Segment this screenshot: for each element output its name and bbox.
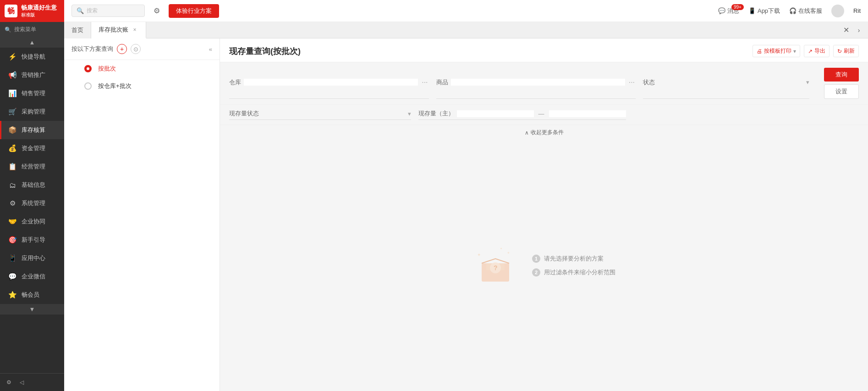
app-download-label: App下载 xyxy=(758,7,780,15)
sidebar-item-finance[interactable]: 💰 资金管理 xyxy=(0,139,64,157)
inventory-status-dropdown[interactable]: ▾ xyxy=(262,109,411,118)
status-field: 状态 ▾ xyxy=(643,68,809,99)
empty-state: ? ✦ ✦ ✦ 1 请先选择要分析的方案 2 用过滤条件来缩小分析范围 xyxy=(220,140,868,391)
filter-option-warehouse-batch[interactable]: 按仓库+批次 xyxy=(64,77,220,95)
query-set-btns: 查询 设置 xyxy=(817,68,859,99)
topbar-search-icon: 🔍 xyxy=(77,7,84,14)
goods-input[interactable] xyxy=(451,79,625,86)
sidebar-item-label: 经营管理 xyxy=(22,163,45,171)
filter-panel-header: 按以下方案查询 + ⊙ « xyxy=(64,38,220,60)
tab-close-btn[interactable]: × xyxy=(131,26,138,33)
status-dropdown-icon: ▾ xyxy=(806,79,809,86)
sidebar-search[interactable]: 🔍 搜索菜单 xyxy=(0,22,64,37)
search-icon: 🔍 xyxy=(5,27,11,33)
sidebar-item-quicknav[interactable]: ⚡ 快捷导航 xyxy=(0,48,64,66)
refresh-label: 刷新 xyxy=(844,47,855,55)
inventory-qty-label: 现存量（主） xyxy=(418,109,454,118)
sidebar-item-basic[interactable]: 🗂 基础信息 xyxy=(0,176,64,194)
goods-more-icon[interactable]: ··· xyxy=(628,78,636,87)
goods-label: 商品 xyxy=(436,78,448,87)
print-dropdown-icon[interactable]: ▾ xyxy=(793,48,796,54)
phone-icon: 📱 xyxy=(748,7,756,14)
messages-action[interactable]: 💬 消息 99+ xyxy=(718,7,739,15)
empty-tip-1: 1 请先选择要分析的方案 xyxy=(532,255,615,263)
enterprise-icon: 🤝 xyxy=(8,217,17,226)
page-title: 现存量查询(按批次) xyxy=(229,46,753,57)
sidebar-item-business[interactable]: 📋 经营管理 xyxy=(0,157,64,176)
inventory-icon: 📦 xyxy=(8,125,17,135)
sidebar-settings-icon[interactable]: ⚙ xyxy=(5,377,13,387)
topbar-gear-icon[interactable]: ⚙ xyxy=(150,5,163,17)
settings-button[interactable]: 设置 xyxy=(824,84,859,99)
filter-option-label: 按批次 xyxy=(98,65,116,73)
refresh-btn[interactable]: ↻ 刷新 xyxy=(833,45,859,57)
empty-illustration: ? ✦ ✦ ✦ xyxy=(472,243,518,288)
tab-inventory-batch[interactable]: 库存批次账 × xyxy=(91,22,146,38)
inventory-qty-from[interactable] xyxy=(457,110,534,117)
sidebar-item-label: 应用中心 xyxy=(22,254,45,262)
business-icon: 📋 xyxy=(8,162,17,171)
basic-icon: 🗂 xyxy=(8,180,17,190)
export-btn[interactable]: ↗ 导出 xyxy=(804,45,830,57)
app-logo: 畅 xyxy=(5,5,17,17)
collapse-more-btn[interactable]: ∧ 收起更多条件 xyxy=(220,125,868,140)
username[interactable]: Rit xyxy=(853,7,861,14)
page-title-actions: 🖨 按模板打印 ▾ ↗ 导出 ↻ 刷新 xyxy=(753,45,859,57)
status-dropdown[interactable]: ▾ xyxy=(658,78,809,87)
sidebar-item-label: 库存核算 xyxy=(22,126,45,134)
warehouse-more-icon[interactable]: ··· xyxy=(421,78,429,87)
scroll-down-btn[interactable]: ▼ xyxy=(0,304,64,315)
tip-text-1: 请先选择要分析的方案 xyxy=(544,255,604,263)
svg-text:?: ? xyxy=(494,264,498,272)
print-icon: 🖨 xyxy=(757,48,762,54)
print-btn[interactable]: 🖨 按模板打印 ▾ xyxy=(753,45,800,57)
tabs-bar: 首页 库存批次账 × ✕ › xyxy=(64,22,868,38)
warehouse-input[interactable] xyxy=(244,79,418,86)
tip-text-2: 用过滤条件来缩小分析范围 xyxy=(544,268,615,277)
sidebar-item-sales[interactable]: 📊 销售管理 xyxy=(0,84,64,103)
qty-dash: — xyxy=(537,110,546,117)
tabs-right: ✕ › xyxy=(841,25,868,36)
topbar-search[interactable]: 🔍 搜索 xyxy=(71,5,145,17)
sidebar-item-enterprise[interactable]: 🤝 企业协同 xyxy=(0,212,64,231)
trial-button[interactable]: 体验行业方案 xyxy=(169,4,219,18)
collapse-label: 收起更多条件 xyxy=(531,129,564,136)
sidebar-item-vip[interactable]: ⭐ 畅会员 xyxy=(0,286,64,304)
messages-badge: 99+ xyxy=(731,4,744,10)
svg-text:✦: ✦ xyxy=(500,247,502,250)
sidebar-item-marketing[interactable]: 📢 营销推广 xyxy=(0,66,64,84)
tab-close-all-icon[interactable]: ✕ xyxy=(841,25,852,36)
sidebar-item-inventory[interactable]: 📦 库存核算 xyxy=(0,121,64,139)
sidebar-item-newguide[interactable]: 🎯 新手引导 xyxy=(0,231,64,249)
panel-collapse-btn[interactable]: « xyxy=(209,46,212,53)
sidebar-item-system[interactable]: ⚙ 系统管理 xyxy=(0,194,64,212)
filter-option-batch[interactable]: 按批次 xyxy=(64,60,220,77)
sidebar-item-label: 销售管理 xyxy=(22,89,45,98)
query-button[interactable]: 查询 xyxy=(824,68,859,81)
sidebar-item-appcenter[interactable]: 📱 应用中心 xyxy=(0,249,64,267)
inventory-status-field: 现存量状态 ▾ xyxy=(229,109,411,120)
sidebar-nav: ▲ ⚡ 快捷导航 📢 营销推广 📊 销售管理 🛒 采购管理 📦 库存核算 💰 资… xyxy=(0,37,64,373)
tab-home[interactable]: 首页 xyxy=(64,22,91,38)
sidebar-collapse-icon[interactable]: ◁ xyxy=(18,377,26,387)
home-tab-label: 首页 xyxy=(71,26,83,34)
inventory-qty-to[interactable] xyxy=(549,110,626,117)
page-content: 按以下方案查询 + ⊙ « 按批次 xyxy=(64,38,868,391)
filter-fields-row1: 仓库 ··· 商品 ··· 状态 ▾ xyxy=(220,62,868,105)
scroll-up-btn[interactable]: ▲ xyxy=(0,37,64,48)
sidebar-item-purchase[interactable]: 🛒 采购管理 xyxy=(0,103,64,121)
app-download-action[interactable]: 📱 App下载 xyxy=(748,7,780,15)
wechat-icon: 💬 xyxy=(8,272,17,281)
add-scheme-btn[interactable]: + xyxy=(117,44,127,54)
online-service-action[interactable]: 🎧 在线客服 xyxy=(789,7,822,15)
sidebar-item-wechat[interactable]: 💬 企业微信 xyxy=(0,267,64,286)
user-avatar[interactable] xyxy=(831,5,844,17)
scheme-settings-btn[interactable]: ⊙ xyxy=(131,44,141,54)
sidebar-item-label: 快捷导航 xyxy=(22,53,45,61)
appcenter-icon: 📱 xyxy=(8,254,17,263)
sidebar-item-label: 畅会员 xyxy=(22,291,39,299)
tip-num-2: 2 xyxy=(532,268,540,277)
content-wrapper: 现存量查询(按批次) 🖨 按模板打印 ▾ ↗ 导出 ↻ 刷新 xyxy=(220,38,868,391)
tab-right-arrow-icon[interactable]: › xyxy=(853,25,864,36)
warehouse-label: 仓库 xyxy=(229,78,241,87)
